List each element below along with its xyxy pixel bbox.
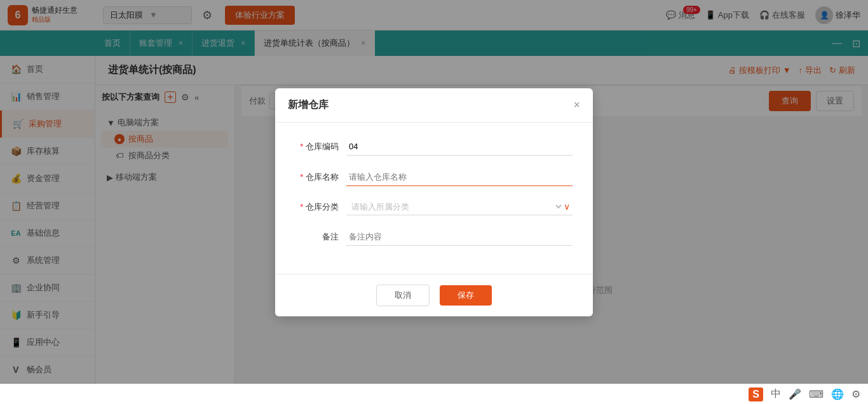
status-icon-cn[interactable]: S: [749, 387, 763, 401]
form-row-note: 备注: [295, 228, 573, 246]
status-icon-lang[interactable]: 🌐: [831, 388, 844, 400]
name-label: 仓库名称: [295, 172, 346, 183]
modal-footer: 取消 保存: [275, 274, 593, 316]
form-row-category: 仓库分类 请输入所属分类 ∨: [295, 199, 573, 215]
status-icon-keyboard[interactable]: ⌨: [809, 388, 824, 400]
status-icon-zhong[interactable]: 中: [771, 387, 781, 401]
modal-title: 新增仓库: [288, 98, 329, 112]
form-row-code: 仓库编码: [295, 138, 573, 156]
status-icon-settings[interactable]: ⚙: [851, 388, 860, 400]
name-input[interactable]: [346, 168, 573, 186]
modal-overlay[interactable]: 新增仓库 × 仓库编码 仓库名称 仓库分类 请输入所属分类 ∨: [0, 0, 868, 404]
modal-close-button[interactable]: ×: [573, 99, 580, 111]
form-row-name: 仓库名称: [295, 168, 573, 186]
note-input[interactable]: [346, 228, 573, 246]
save-button[interactable]: 保存: [440, 285, 492, 306]
category-select[interactable]: 请输入所属分类: [349, 201, 564, 212]
code-input[interactable]: [346, 138, 573, 156]
note-label: 备注: [295, 231, 346, 243]
cancel-button[interactable]: 取消: [376, 285, 430, 306]
category-label: 仓库分类: [295, 201, 346, 213]
code-label: 仓库编码: [295, 141, 346, 152]
status-icon-mic[interactable]: 🎤: [789, 388, 801, 400]
modal-body: 仓库编码 仓库名称 仓库分类 请输入所属分类 ∨ 备注: [275, 123, 593, 274]
new-warehouse-modal: 新增仓库 × 仓库编码 仓库名称 仓库分类 请输入所属分类 ∨: [275, 88, 593, 316]
status-bar: S 中 🎤 ⌨ 🌐 ⚙: [0, 384, 868, 404]
category-arrow-icon: ∨: [564, 201, 570, 212]
category-select-wrapper: 请输入所属分类 ∨: [346, 199, 573, 215]
modal-header: 新增仓库 ×: [275, 88, 593, 123]
